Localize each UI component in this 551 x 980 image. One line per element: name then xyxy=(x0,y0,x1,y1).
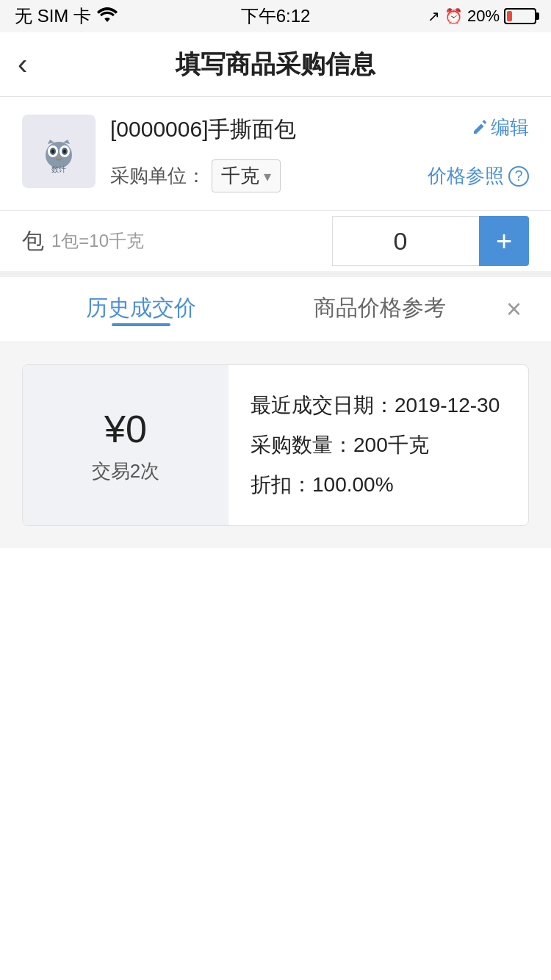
history-content: ¥0 交易2次 最近成交日期：2019-12-30 采购数量：200千克 折扣：… xyxy=(0,342,551,548)
status-time: 下午6:12 xyxy=(241,4,311,28)
history-price: ¥0 xyxy=(104,407,147,451)
history-discount-row: 折扣：100.00% xyxy=(251,471,506,499)
product-card: 数计 [0000006]手撕面包 编辑 采购单位： 千克 ▾ xyxy=(0,97,551,211)
history-card: ¥0 交易2次 最近成交日期：2019-12-30 采购数量：200千克 折扣：… xyxy=(22,364,529,526)
status-bar: 无 SIM 卡 下午6:12 ↗ ⏰ 20% xyxy=(0,0,551,32)
tab-close-button[interactable]: × xyxy=(499,294,529,325)
quantity-plus-button[interactable]: + xyxy=(479,216,529,266)
svg-point-5 xyxy=(51,150,54,154)
battery-icon xyxy=(504,8,536,24)
unit-label: 采购单位： xyxy=(110,163,206,189)
tabs-container: 历史成交价 商品价格参考 × xyxy=(0,277,551,342)
chevron-down-icon: ▾ xyxy=(264,167,271,185)
history-card-right: 最近成交日期：2019-12-30 采购数量：200千克 折扣：100.00% xyxy=(228,365,528,525)
quantity-input-wrap: + xyxy=(332,216,529,266)
battery-text: 20% xyxy=(467,7,500,26)
tab-active-indicator xyxy=(112,323,170,326)
edit-button[interactable]: 编辑 xyxy=(472,115,529,140)
tab-history-price[interactable]: 历史成交价 xyxy=(22,293,260,326)
unit-badge: 包 xyxy=(22,226,44,256)
alarm-icon: ⏰ xyxy=(444,7,463,25)
tab-price-reference[interactable]: 商品价格参考 xyxy=(260,293,498,326)
product-unit-row: 采购单位： 千克 ▾ 价格参照 ? xyxy=(110,159,529,192)
page-title: 填写商品采购信息 xyxy=(176,48,375,82)
history-trades: 交易2次 xyxy=(92,458,159,484)
product-name: [0000006]手撕面包 xyxy=(110,115,296,145)
price-reference-button[interactable]: 价格参照 ? xyxy=(428,163,529,189)
svg-text:数计: 数计 xyxy=(51,165,66,173)
product-thumbnail: 数计 xyxy=(22,115,96,188)
quantity-row: 包 1包=10千克 + xyxy=(0,211,551,277)
product-header: [0000006]手撕面包 编辑 xyxy=(110,115,529,145)
tabs-row: 历史成交价 商品价格参考 × xyxy=(0,277,551,342)
location-icon: ↗ xyxy=(428,7,440,25)
history-date-row: 最近成交日期：2019-12-30 xyxy=(251,392,506,419)
wifi-icon xyxy=(97,6,118,26)
history-quantity-row: 采购数量：200千克 xyxy=(251,431,506,459)
quantity-unit-label: 包 1包=10千克 xyxy=(22,226,144,256)
bottom-space xyxy=(0,548,551,980)
quantity-input[interactable] xyxy=(332,216,479,266)
unit-hint: 1包=10千克 xyxy=(51,229,144,253)
status-right: ↗ ⏰ 20% xyxy=(428,7,536,26)
back-button[interactable]: ‹ xyxy=(18,48,27,81)
owl-icon: 数计 xyxy=(37,129,81,173)
unit-select[interactable]: 千克 ▾ xyxy=(212,159,281,192)
history-card-left: ¥0 交易2次 xyxy=(23,365,228,525)
carrier-text: 无 SIM 卡 xyxy=(15,4,91,28)
status-left: 无 SIM 卡 xyxy=(15,4,118,28)
product-info: [0000006]手撕面包 编辑 采购单位： 千克 ▾ 价格参照 ? xyxy=(110,115,529,192)
nav-bar: ‹ 填写商品采购信息 xyxy=(0,32,551,97)
svg-point-6 xyxy=(63,150,66,154)
help-icon: ? xyxy=(508,166,529,187)
